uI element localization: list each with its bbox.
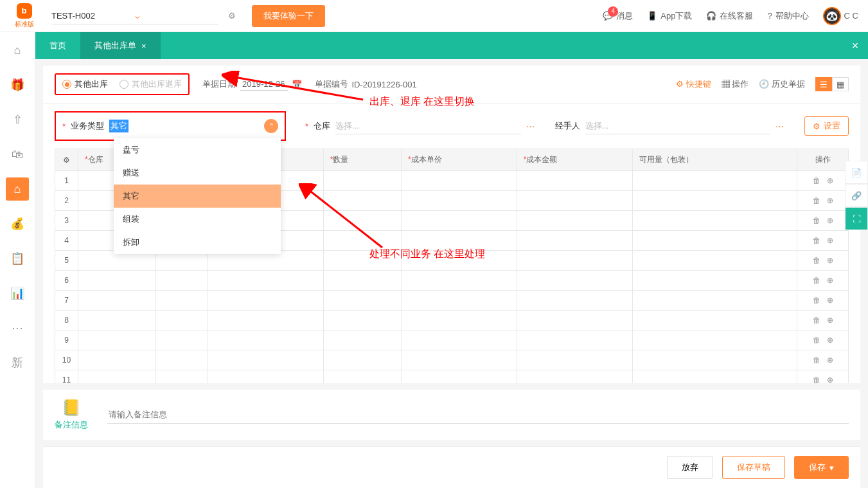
- handler-filter: 经手人 选择... ⋯: [555, 118, 786, 134]
- save-draft-button[interactable]: 保存草稿: [722, 456, 785, 479]
- calendar-icon[interactable]: 📅: [292, 80, 302, 89]
- th-op: 操作: [797, 149, 849, 171]
- warehouse-select[interactable]: 选择...: [335, 118, 520, 134]
- user-menu[interactable]: 🐼 C C: [823, 7, 858, 25]
- delete-icon[interactable]: 🗑: [813, 256, 820, 265]
- delete-icon[interactable]: 🗑: [813, 276, 820, 285]
- delete-icon[interactable]: 🗑: [813, 216, 820, 225]
- table-row[interactable]: 10🗑⊕: [55, 350, 849, 370]
- help-center[interactable]: ? 帮助中心: [767, 10, 808, 22]
- gear-icon[interactable]: ⚙: [228, 11, 236, 21]
- add-icon[interactable]: ⊕: [827, 216, 833, 225]
- home-icon[interactable]: ⌂: [6, 39, 29, 62]
- online-service[interactable]: 🎧 在线客服: [706, 10, 753, 22]
- dd-item-0[interactable]: 盘亏: [114, 138, 281, 161]
- radio-other-return[interactable]: 其他出库退库: [120, 78, 182, 90]
- table-row[interactable]: 8🗑⊕: [55, 311, 849, 330]
- note-icon[interactable]: 📄: [845, 161, 868, 184]
- dots-icon[interactable]: ⋯: [6, 316, 29, 339]
- view-toggle: ☰ ▦: [815, 77, 849, 91]
- try-button[interactable]: 我要体验一下: [252, 5, 325, 27]
- date-input[interactable]: 2019-12-26: [240, 78, 288, 91]
- tab-other-outbound[interactable]: 其他出库单 ×: [80, 32, 161, 59]
- headset-icon: 🎧: [706, 11, 716, 21]
- view-grid-icon[interactable]: ▦: [832, 77, 849, 91]
- add-icon[interactable]: ⊕: [827, 176, 833, 185]
- money-icon[interactable]: 💰: [6, 212, 29, 235]
- more-icon[interactable]: ⋯: [526, 122, 536, 131]
- history-link[interactable]: 🕘 历史单据: [759, 78, 805, 90]
- op-link[interactable]: ▦ 操作: [722, 78, 749, 90]
- remarks-section: 📒 备注信息: [43, 390, 860, 440]
- th-available: 可用量（包装）: [632, 149, 797, 171]
- chevron-up-icon[interactable]: ⌃: [264, 119, 278, 133]
- upload-icon[interactable]: ⇧: [6, 108, 29, 131]
- biz-type-value: 其它: [109, 120, 128, 132]
- shortcut-link[interactable]: ⚙ 快捷键: [676, 78, 711, 90]
- expand-icon[interactable]: ⛶: [845, 207, 868, 230]
- table-row[interactable]: 11🗑⊕: [55, 370, 849, 384]
- avatar: 🐼: [823, 7, 841, 25]
- add-icon[interactable]: ⊕: [827, 256, 833, 265]
- logo-label: 标准版: [15, 20, 34, 29]
- content: 其他出库 其他出库退库 单据日期 2019-12-26 📅 单据编号 ID-20…: [43, 66, 860, 383]
- add-icon[interactable]: ⊕: [827, 375, 833, 383]
- delete-icon[interactable]: 🗑: [813, 296, 820, 305]
- dd-item-1[interactable]: 赠送: [114, 161, 281, 185]
- delete-icon[interactable]: 🗑: [813, 236, 820, 245]
- discard-button[interactable]: 放弃: [667, 456, 713, 479]
- radio-other-out[interactable]: 其他出库: [62, 78, 108, 90]
- new-icon[interactable]: 新: [6, 351, 29, 374]
- add-icon[interactable]: ⊕: [827, 316, 833, 325]
- tabs: 首页 其他出库单 × ×: [35, 32, 868, 59]
- radio-dot-icon: [120, 80, 128, 89]
- top-bar: b 标准版 TEST-H002 ⌵ ⚙ 我要体验一下 💬 消息 4 📱 App下…: [0, 0, 868, 32]
- top-right: 💬 消息 4 📱 App下载 🎧 在线客服 ? 帮助中心 🐼 C C: [603, 7, 858, 25]
- messages-button[interactable]: 💬 消息 4: [603, 10, 633, 22]
- delete-icon[interactable]: 🗑: [813, 375, 820, 383]
- add-icon[interactable]: ⊕: [827, 236, 833, 245]
- tab-home[interactable]: 首页: [35, 32, 80, 59]
- table-row[interactable]: 9🗑⊕: [55, 330, 849, 350]
- close-icon[interactable]: ×: [141, 41, 146, 51]
- logo: b 标准版: [10, 3, 39, 29]
- gift-icon[interactable]: 🎁: [6, 73, 29, 96]
- app-download[interactable]: 📱 App下载: [647, 10, 692, 22]
- save-button[interactable]: 保存 ▾: [794, 456, 849, 479]
- delete-icon[interactable]: 🗑: [813, 336, 820, 345]
- warehouse-icon[interactable]: ⌂: [6, 177, 29, 201]
- notebook-icon: 📒: [62, 399, 81, 417]
- settings-button[interactable]: ⚙ 设置: [804, 116, 849, 136]
- delete-icon[interactable]: 🗑: [813, 176, 820, 185]
- handler-select[interactable]: 选择...: [585, 118, 771, 134]
- th-cost-amount: *成本金额: [517, 149, 632, 171]
- add-icon[interactable]: ⊕: [827, 336, 833, 345]
- th-gear[interactable]: ⚙: [55, 149, 78, 171]
- org-selector[interactable]: TEST-H002 ⌵: [51, 8, 218, 24]
- dd-item-3[interactable]: 组装: [114, 208, 281, 231]
- add-icon[interactable]: ⊕: [827, 296, 833, 305]
- bag-icon[interactable]: 🛍: [6, 143, 29, 166]
- sidebar: ⌂ 🎁 ⇧ 🛍 ⌂ 💰 📋 📊 ⋯ 新: [0, 32, 35, 488]
- close-all-icon[interactable]: ×: [842, 32, 868, 59]
- dd-item-2[interactable]: 其它: [114, 185, 281, 208]
- delete-icon[interactable]: 🗑: [813, 196, 820, 205]
- more-icon[interactable]: ⋯: [775, 122, 785, 131]
- link-icon[interactable]: 🔗: [845, 184, 868, 207]
- add-icon[interactable]: ⊕: [827, 276, 833, 285]
- doc-date: 单据日期 2019-12-26 📅: [202, 78, 302, 91]
- biz-type-selector[interactable]: * 业务类型 其它 ⌃: [62, 119, 278, 133]
- add-icon[interactable]: ⊕: [827, 196, 833, 205]
- add-icon[interactable]: ⊕: [827, 356, 833, 365]
- report-icon[interactable]: 📊: [6, 282, 29, 305]
- delete-icon[interactable]: 🗑: [813, 356, 820, 365]
- logo-icon: b: [17, 3, 32, 19]
- table-row[interactable]: 6🗑⊕: [55, 271, 849, 291]
- clipboard-icon[interactable]: 📋: [6, 247, 29, 270]
- dd-item-4[interactable]: 拆卸: [114, 231, 281, 254]
- delete-icon[interactable]: 🗑: [813, 316, 820, 325]
- view-list-icon[interactable]: ☰: [815, 77, 832, 91]
- table-row[interactable]: 7🗑⊕: [55, 291, 849, 311]
- phone-icon: 📱: [647, 11, 657, 21]
- remarks-input[interactable]: [107, 406, 849, 424]
